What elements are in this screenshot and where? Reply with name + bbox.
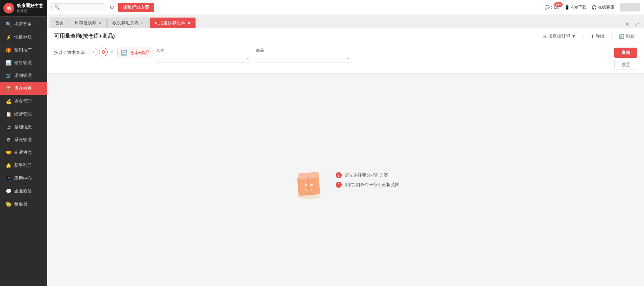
goods-input[interactable] [256, 56, 345, 61]
warehouse-input[interactable] [156, 56, 245, 61]
empty-illustration [292, 163, 326, 197]
sidebar-label-5: 库存核算 [14, 85, 32, 92]
tab-label-0: 首页 [55, 20, 64, 26]
msg-button[interactable]: 💬 消息 99+ [545, 4, 559, 10]
tab-close-3[interactable]: ✕ [187, 21, 190, 25]
empty-state: 1 请先选择要分析的方案 2 用[过滤]条件来缩小分析范围 [47, 74, 644, 286]
print-icon: 🖨 [542, 34, 547, 39]
sidebar-label-7: 经营管理 [14, 111, 32, 117]
sidebar-item-资金管理[interactable]: 💰资金管理 [0, 95, 47, 108]
export-btn[interactable]: ⬆ 导出 [588, 32, 607, 41]
print-btn[interactable]: 🖨 按模板打印 ▼ [540, 32, 578, 41]
sidebar-icon-3: 📊 [5, 60, 11, 66]
hint-2: 2 用[过滤]条件来缩小分析范围 [336, 182, 400, 188]
page-header: 可用量查询(按仓库+商品) 🖨 按模板打印 ▼ | ⬆ 导出 | 🔄 刷新 [47, 28, 644, 44]
warehouse-input-wrapper: ··· [156, 54, 251, 62]
sidebar-item-快捷导航[interactable]: ⚡快捷导航 [0, 31, 47, 44]
phone-icon: 📱 [565, 5, 570, 10]
warehouse-field: 仓库 ··· [156, 48, 251, 62]
hint-2-text: 用[过滤]条件来缩小分析范围 [344, 182, 400, 188]
filter-fields: 仓库 ··· 商品 ··· [156, 48, 612, 62]
collapse-btn[interactable]: « [109, 48, 114, 56]
sidebar-item-营销推广[interactable]: 🎁营销推广 [0, 44, 47, 56]
sidebar-label-10: 企业协同 [14, 150, 32, 156]
tab-close-2[interactable]: ✕ [141, 21, 144, 25]
sidebar-item-企业协同[interactable]: 🤝企业协同 [0, 146, 47, 159]
main-area: 🔍 ⚙ 体验行业方案 💬 消息 99+ 📱 App下载 🎧 在线客服 [47, 0, 644, 286]
user-avatar [620, 3, 640, 11]
hint-1: 1 请先选择要分析的方案 [336, 172, 400, 178]
app-edition: 标准版 [17, 9, 43, 14]
filter-panel: 按以下方案查询 + ⚙ « 🔄 仓库+商品 仓库 ··· [47, 44, 644, 74]
warehouse-label: 仓库 [156, 48, 251, 53]
sidebar-item-系统管理[interactable]: ⚙系统管理 [0, 133, 47, 146]
sidebar-item-企业微信[interactable]: 💬企业微信 [0, 185, 47, 198]
tab-close-1[interactable]: ✕ [99, 21, 102, 25]
app-logo: 畅 [3, 3, 14, 14]
goods-more-btn[interactable]: ··· [347, 55, 351, 61]
sidebar-item-新手引导[interactable]: 🌟新手引导 [0, 159, 47, 172]
sidebar-label-6: 资金管理 [14, 98, 32, 104]
sidebar-item-库存核算[interactable]: 📦库存核算 [0, 82, 47, 95]
svg-point-4 [310, 184, 313, 186]
filter-actions: + ⚙ « [89, 48, 114, 56]
sidebar-icon-13: 💬 [5, 188, 11, 194]
goods-input-wrapper: ··· [256, 54, 351, 62]
empty-box-svg [292, 163, 326, 200]
tab-3[interactable]: 可用量库存账本✕ [150, 18, 196, 28]
sidebar-item-搜索菜单[interactable]: 🔍搜索菜单 [0, 18, 47, 31]
headset-icon: 🎧 [592, 5, 597, 10]
tab-0[interactable]: 首页 [50, 18, 69, 28]
sidebar-icon-1: ⚡ [5, 34, 11, 40]
service-btn[interactable]: 🎧 在线客服 [592, 4, 614, 10]
settings-panel-btn[interactable]: 设置 [614, 60, 637, 70]
sidebar-item-基础信息[interactable]: 🗂基础信息 [0, 121, 47, 133]
sidebar-item-采购管理[interactable]: 🛒采购管理 [0, 69, 47, 82]
sidebar-item-畅会员[interactable]: 👑畅会员 [0, 198, 47, 210]
sidebar-item-应用中心[interactable]: 📱应用中心 [0, 172, 47, 185]
tab-1[interactable]: 库存批次账✕ [70, 18, 107, 28]
sidebar-icon-0: 🔍 [5, 21, 11, 27]
topbar-search-box[interactable]: 🔍 [51, 3, 105, 11]
settings-scheme-btn[interactable]: ⚙ [99, 48, 108, 56]
user-menu[interactable] [620, 3, 640, 11]
page-header-actions: 🖨 按模板打印 ▼ | ⬆ 导出 | 🔄 刷新 [540, 32, 637, 41]
sidebar-item-销售管理[interactable]: 📊销售管理 [0, 56, 47, 69]
msg-badge: 99+ [554, 2, 563, 7]
query-btn[interactable]: 查询 [614, 48, 637, 58]
sidebar-icon-4: 🛒 [5, 73, 11, 79]
sidebar-icon-5: 📦 [5, 85, 11, 92]
sidebar-label-8: 基础信息 [14, 124, 32, 130]
topbar-right: 💬 消息 99+ 📱 App下载 🎧 在线客服 [545, 3, 640, 11]
tab-label-1: 库存批次账 [75, 20, 97, 26]
expand-tab-btn[interactable]: ⤢ [633, 20, 641, 28]
sidebar-label-13: 企业微信 [14, 188, 32, 194]
page-title: 可用量查询(按仓库+商品) [54, 33, 115, 40]
search-icon: 🔍 [54, 5, 60, 10]
filter-label: 按以下方案查询 [54, 48, 85, 58]
topbar-search-input[interactable] [61, 5, 95, 10]
sidebar: 畅 畅康通好生意 标准版 🔍搜索菜单⚡快捷导航🎁营销推广📊销售管理🛒采购管理📦库… [0, 0, 47, 286]
tab-2[interactable]: 收发存汇总表✕ [107, 18, 149, 28]
gear-icon[interactable]: ⚙ [108, 3, 115, 12]
close-tab-btn[interactable]: ✕ [623, 20, 632, 28]
app-download-btn[interactable]: 📱 App下载 [565, 4, 586, 10]
add-scheme-btn[interactable]: + [89, 48, 98, 56]
scheme-item[interactable]: 🔄 仓库+商品 [117, 48, 154, 57]
refresh-btn[interactable]: 🔄 刷新 [616, 32, 637, 41]
industry-btn[interactable]: 体验行业方案 [118, 3, 154, 12]
tab-label-2: 收发存汇总表 [112, 20, 139, 26]
sidebar-item-经营管理[interactable]: 📋经营管理 [0, 108, 47, 121]
sidebar-label-1: 快捷导航 [14, 34, 32, 40]
warehouse-more-btn[interactable]: ··· [247, 55, 251, 61]
sidebar-nav: 🔍搜索菜单⚡快捷导航🎁营销推广📊销售管理🛒采购管理📦库存核算💰资金管理📋经营管理… [0, 17, 47, 286]
hint-1-text: 请先选择要分析的方案 [344, 172, 388, 178]
app-name: 畅康通好生意 [17, 3, 43, 9]
sidebar-label-11: 新手引导 [14, 162, 32, 168]
sidebar-label-2: 营销推广 [14, 47, 32, 53]
sidebar-icon-14: 👑 [5, 201, 11, 207]
topbar: 🔍 ⚙ 体验行业方案 💬 消息 99+ 📱 App下载 🎧 在线客服 [47, 0, 644, 15]
sidebar-icon-9: ⚙ [5, 137, 11, 143]
tabs-bar: 首页库存批次账✕收发存汇总表✕可用量库存账本✕ ✕ ⤢ [47, 15, 644, 28]
sidebar-label-14: 畅会员 [14, 201, 27, 207]
